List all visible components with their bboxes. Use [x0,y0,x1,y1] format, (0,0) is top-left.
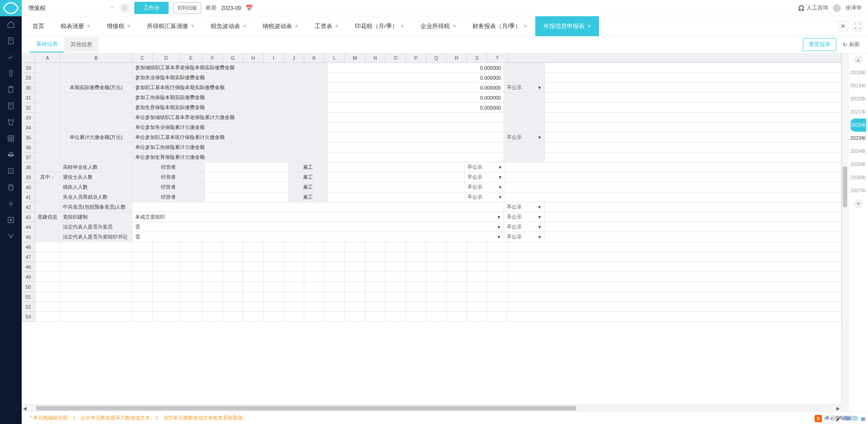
empty-cell[interactable] [345,262,365,272]
empty-cell[interactable] [153,302,180,312]
tab-close-icon[interactable]: ✕ [243,24,246,29]
row-header[interactable]: 34 [22,123,35,133]
group1-value[interactable]: 0.000000 [328,63,504,73]
cell-blank[interactable] [545,63,841,73]
cell-blank[interactable] [508,312,841,322]
empty-cell[interactable] [223,242,243,252]
ime-punct-icon[interactable]: •, [830,416,834,421]
cell-blank[interactable] [545,73,841,83]
row-header[interactable]: 45 [22,232,35,242]
scroll-right-arrow[interactable]: ▶ [835,406,841,411]
empty-cell[interactable] [487,252,508,262]
col-header-B[interactable]: B [60,53,132,62]
empty-cell[interactable] [365,302,386,312]
empty-cell[interactable] [35,312,60,322]
empty-cell[interactable] [180,242,203,252]
empty-cell[interactable] [345,252,365,262]
cell-blank[interactable] [508,252,841,262]
empty-cell[interactable] [447,242,467,252]
cell-blank[interactable] [545,202,841,212]
col-header-K[interactable]: K [304,53,325,62]
empty-cell[interactable] [132,272,153,282]
row-header[interactable]: 49 [22,272,35,282]
tab-close-icon[interactable]: ✕ [127,24,131,29]
h-scroll-thumb[interactable] [36,406,576,410]
categ-val1[interactable] [205,182,288,192]
empty-cell[interactable] [243,262,264,272]
empty-cell[interactable] [304,262,325,272]
row-header[interactable]: 48 [22,262,35,272]
cell-blank[interactable] [545,93,841,103]
empty-cell[interactable] [325,272,345,282]
col-header-T[interactable]: T [487,53,508,62]
empty-cell[interactable] [365,242,386,252]
consult-link[interactable]: 🎧 人工咨询 [798,4,828,12]
col-header-E[interactable]: E [180,53,203,62]
row-header[interactable]: 51 [22,292,35,302]
empty-cell[interactable] [365,262,386,272]
empty-cell[interactable] [406,292,426,302]
empty-cell[interactable] [386,292,406,302]
group2-vis[interactable]: 不公示▼ [504,133,545,143]
empty-cell[interactable] [35,262,60,272]
empty-cell[interactable] [365,252,386,262]
period-value[interactable]: 2023-09 [221,5,241,11]
empty-cell[interactable] [203,262,223,272]
col-header-N[interactable]: N [365,53,386,62]
empty-cell[interactable] [426,262,447,272]
empty-cell[interactable] [325,252,345,262]
empty-cell[interactable] [304,282,325,292]
empty-cell[interactable] [447,282,467,292]
categ-val1[interactable] [205,192,288,202]
year-2019年[interactable]: 2019年 [850,79,866,92]
empty-cell[interactable] [325,292,345,302]
cell-blank[interactable] [545,83,841,93]
nav-chart-icon[interactable] [0,49,22,65]
empty-cell[interactable] [386,272,406,282]
tab-close-icon[interactable]: ✕ [295,24,298,29]
party-vis[interactable]: 不公示▼ [504,222,545,232]
empty-cell[interactable] [426,312,447,322]
empty-cell[interactable] [304,302,325,312]
empty-cell[interactable] [426,282,447,292]
categ-vis[interactable]: 不公示▼ [465,182,505,192]
reset-report-button[interactable]: 重置报表 [803,38,836,51]
nav-money-icon[interactable] [0,65,22,81]
empty-cell[interactable] [487,262,508,272]
empty-cell[interactable] [243,312,264,322]
empty-cell[interactable] [426,252,447,262]
empty-cell[interactable] [60,302,132,312]
toggle-version-button[interactable]: 切到旧版 [173,2,201,14]
cell-blank[interactable] [545,232,841,242]
subtab-basic[interactable]: 基础信息 [30,37,64,52]
empty-cell[interactable] [203,272,223,282]
ime-logo-icon[interactable]: S [815,415,822,422]
nav-print-icon[interactable] [0,179,22,195]
cell-blank[interactable] [545,212,841,222]
empty-cell[interactable] [132,312,153,322]
year-2024年[interactable]: 2024年 [850,145,866,158]
party-val[interactable]: 否▼ [132,222,504,232]
group1-value[interactable]: 0.000000 [328,103,504,113]
ime-toolbox-icon[interactable]: ▦ [861,416,865,422]
workspace-button[interactable]: 工作台 [134,2,169,14]
empty-cell[interactable] [180,292,203,302]
empty-cell[interactable] [60,312,132,322]
group2-vis[interactable] [504,143,545,152]
empty-cell[interactable] [406,312,426,322]
empty-cell[interactable] [264,292,284,302]
empty-cell[interactable] [60,242,132,252]
nav-settings-icon[interactable] [0,195,22,212]
row-header[interactable]: 40 [22,182,35,192]
empty-cell[interactable] [447,302,467,312]
col-header-R[interactable]: R [447,53,467,62]
col-header-F[interactable]: F [203,53,223,62]
group2-value[interactable] [328,113,504,123]
cell-blank[interactable] [508,262,841,272]
group2-vis[interactable] [504,123,545,133]
empty-cell[interactable] [325,242,345,252]
empty-cell[interactable] [243,242,264,252]
tab-工资表[interactable]: 工资表✕ [307,16,347,36]
year-2027年[interactable]: 2027年 [850,184,866,197]
cell-blank[interactable] [545,113,841,123]
